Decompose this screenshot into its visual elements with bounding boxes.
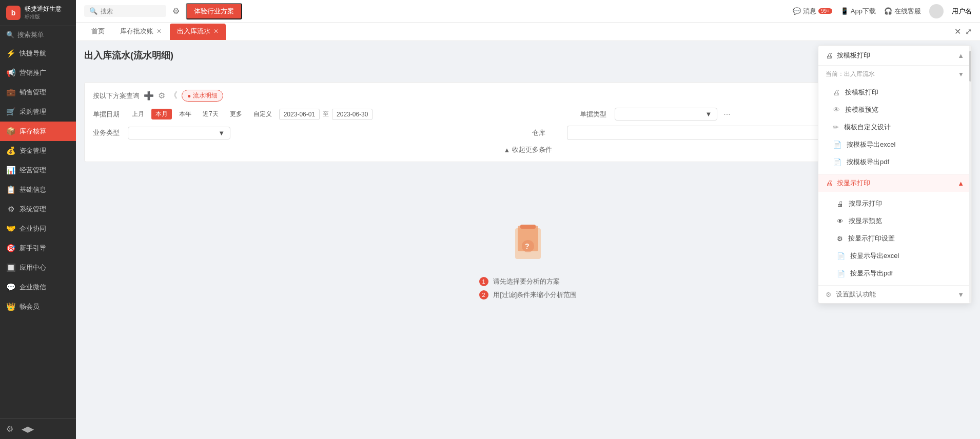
display-section-chevron: ▲ xyxy=(957,179,964,187)
topbar-search-input[interactable] xyxy=(101,8,161,15)
template-custom-icon: ✏ xyxy=(833,123,839,131)
avatar[interactable] xyxy=(929,4,944,18)
print-dropdown-panel: 🖨 按模板打印 ▲ 当前：出入库流水 ▼ 🖨 按模板打印 👁 按模板预览 xyxy=(818,45,972,304)
tab-batch-close[interactable]: ✕ xyxy=(156,28,162,35)
dropdown-item-display-excel[interactable]: 📄 按显示导出excel xyxy=(818,247,971,265)
display-excel-icon: 📄 xyxy=(837,252,845,260)
page-content-area: 出入库流水(流水明细) 🖨 按模板打印 ▲ 📤 导出 🔄 刷新 按以下方案查询 … xyxy=(76,41,980,439)
display-section-items: 🖨 按显示打印 👁 按显示预览 ⚙ 按显示打印设置 📄 按显示导出excel 📄 xyxy=(818,192,971,285)
tab-flow-close[interactable]: ✕ xyxy=(213,28,219,35)
sidebar-item-sales[interactable]: 💼 销售管理 xyxy=(0,83,76,102)
app-download-btn[interactable]: 📱 App下载 xyxy=(840,7,876,16)
current-label: 当前：出入库流水 xyxy=(826,70,875,78)
display-settings-icon: ⚙ xyxy=(837,235,843,243)
footer-chevron-icon: ▼ xyxy=(957,291,964,298)
topbar-gear-icon[interactable]: ⚙ xyxy=(172,6,180,16)
sidebar: b 畅捷通好生意 标准版 🔍 搜索菜单 ⚡ 快捷导航 📢 营销推广 💼 销售管理… xyxy=(0,0,76,439)
sidebar-item-system[interactable]: ⚙ 系统管理 xyxy=(0,199,76,219)
vip-icon: 👑 xyxy=(6,302,15,311)
filter-settings-btn[interactable]: ⚙ xyxy=(158,91,165,101)
sidebar-item-marketing[interactable]: 📢 营销推广 xyxy=(0,63,76,83)
sales-icon: 💼 xyxy=(6,88,15,97)
current-chevron-icon: ▼ xyxy=(958,71,964,78)
tab-home[interactable]: 首页 xyxy=(84,24,112,40)
sidebar-search[interactable]: 🔍 搜索菜单 xyxy=(0,26,76,44)
dropdown-item-template-preview[interactable]: 👁 按模板预览 xyxy=(818,101,971,118)
date-btn-this-year[interactable]: 本年 xyxy=(175,109,195,119)
warehouse-label: 仓库 xyxy=(532,128,563,137)
dropdown-chevron-up-icon[interactable]: ▲ xyxy=(957,52,964,59)
topbar-right: 💬 消息 99+ 📱 App下载 🎧 在线客服 用户名 xyxy=(793,4,972,18)
online-service-btn[interactable]: 🎧 在线客服 xyxy=(884,7,921,16)
filter-tag-flow[interactable]: ● 流水明细 xyxy=(182,90,223,102)
sidebar-item-collab[interactable]: 🤝 企业协同 xyxy=(0,219,76,238)
display-print-icon: 🖨 xyxy=(837,200,844,208)
dropdown-item-display-preview[interactable]: 👁 按显示预览 xyxy=(818,212,971,230)
main-content: 🔍 ⚙ 体验行业方案 💬 消息 99+ 📱 App下载 🎧 在线客服 用户名 xyxy=(76,0,980,439)
tab-batch[interactable]: 库存批次账 ✕ xyxy=(113,24,169,40)
dropdown-footer[interactable]: ⚙ 设置默认功能 ▼ xyxy=(818,285,971,303)
type-more-btn[interactable]: ··· xyxy=(723,110,730,119)
collapse-sidebar-icon[interactable]: ◀▶ xyxy=(22,424,34,434)
message-btn[interactable]: 💬 消息 99+ xyxy=(793,7,832,16)
biz-type-label: 业务类型 xyxy=(93,128,124,137)
dropdown-header-icon: 🖨 xyxy=(826,51,833,59)
date-btn-this-month[interactable]: 本月 xyxy=(151,109,172,119)
search-icon: 🔍 xyxy=(6,31,14,38)
display-section-header[interactable]: 🖨 按显示打印 ▲ xyxy=(818,174,971,192)
scrollbar[interactable] xyxy=(969,46,971,303)
filter-collapse-icon[interactable]: 《 xyxy=(169,90,178,101)
tabs-bar: 首页 库存批次账 ✕ 出入库流水 ✕ ✕ ⤢ xyxy=(76,23,980,41)
topbar-search-icon: 🔍 xyxy=(89,7,97,15)
sidebar-bottom: ⚙ ◀▶ xyxy=(0,418,76,439)
logo-text: 畅捷通好生意 标准版 xyxy=(25,5,62,21)
biz-type-select[interactable]: ▼ xyxy=(128,127,230,139)
dropdown-item-display-pdf[interactable]: 📄 按显示导出pdf xyxy=(818,265,971,282)
filter-add-btn[interactable]: ➕ xyxy=(144,91,154,101)
guide-icon: 🎯 xyxy=(6,244,15,253)
sidebar-item-apps[interactable]: 🔲 应用中心 xyxy=(0,258,76,277)
sidebar-item-operation[interactable]: 📊 经营管理 xyxy=(0,161,76,180)
marketing-icon: 📢 xyxy=(6,68,15,77)
industry-btn[interactable]: 体验行业方案 xyxy=(186,3,242,19)
sidebar-item-guide[interactable]: 🎯 新手引导 xyxy=(0,238,76,258)
apps-icon: 🔲 xyxy=(6,263,15,272)
sidebar-item-inventory[interactable]: 📦 库存核算 xyxy=(0,122,76,141)
date-btn-last-month[interactable]: 上月 xyxy=(128,109,148,119)
date-range-start[interactable]: 2023-06-01 xyxy=(279,109,320,120)
template-section: 🖨 按模板打印 👁 按模板预览 ✏ 模板自定义设计 📄 按模板导出excel 📄 xyxy=(818,81,971,174)
sidebar-item-finance[interactable]: 💰 资金管理 xyxy=(0,141,76,161)
dropdown-item-display-settings[interactable]: ⚙ 按显示打印设置 xyxy=(818,230,971,247)
dropdown-item-display-print[interactable]: 🖨 按显示打印 xyxy=(818,195,971,212)
dropdown-current[interactable]: 当前：出入库流水 ▼ xyxy=(818,66,971,81)
sidebar-item-purchase[interactable]: 🛒 采购管理 xyxy=(0,102,76,122)
display-preview-icon: 👁 xyxy=(837,217,844,225)
footer-settings-icon: ⚙ xyxy=(826,291,832,298)
svg-rect-2 xyxy=(520,225,536,229)
quick-nav-icon: ⚡ xyxy=(6,49,15,58)
sidebar-item-wechat[interactable]: 💬 企业微信 xyxy=(0,277,76,297)
dropdown-item-template-custom[interactable]: ✏ 模板自定义设计 xyxy=(818,118,971,136)
tab-flow[interactable]: 出入库流水 ✕ xyxy=(170,24,226,40)
sidebar-item-quick-nav[interactable]: ⚡ 快捷导航 xyxy=(0,44,76,63)
expand-tab-btn[interactable]: ⤢ xyxy=(965,27,972,36)
date-btn-more[interactable]: 更多 xyxy=(226,109,246,119)
dropdown-item-template-print[interactable]: 🖨 按模板打印 xyxy=(818,84,971,101)
message-icon: 💬 xyxy=(793,7,801,15)
phone-icon: 📱 xyxy=(840,7,849,15)
topbar-search-box[interactable]: 🔍 xyxy=(84,5,166,17)
type-select[interactable]: ▼ xyxy=(615,108,717,121)
date-btn-custom[interactable]: 自定义 xyxy=(249,109,276,119)
settings-bottom-icon[interactable]: ⚙ xyxy=(6,424,13,434)
dropdown-item-template-excel[interactable]: 📄 按模板导出excel xyxy=(818,136,971,153)
date-range-end[interactable]: 2023-06-30 xyxy=(332,109,373,120)
step1-num: 1 xyxy=(479,277,488,286)
type-label: 单据类型 xyxy=(580,110,611,119)
sidebar-item-base[interactable]: 📋 基础信息 xyxy=(0,180,76,199)
sidebar-item-vip[interactable]: 👑 畅会员 xyxy=(0,297,76,316)
close-tab-btn[interactable]: ✕ xyxy=(954,27,961,36)
date-range-to: 至 xyxy=(323,110,329,118)
date-btn-7days[interactable]: 近7天 xyxy=(199,109,223,119)
dropdown-item-template-pdf[interactable]: 📄 按模板导出pdf xyxy=(818,153,971,171)
inventory-icon: 📦 xyxy=(6,127,15,136)
